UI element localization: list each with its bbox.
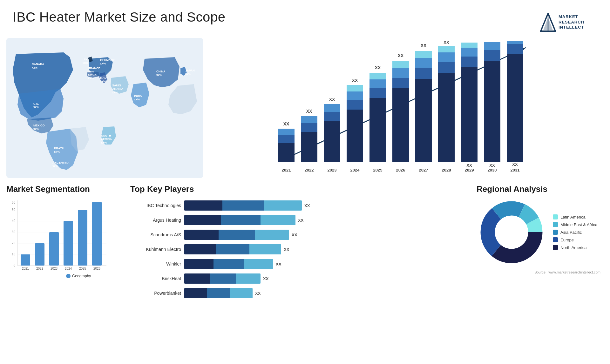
- japan-label: JAPAN: [185, 69, 195, 72]
- svg-text:XX: XX: [283, 121, 289, 126]
- us-value: xx%: [33, 105, 39, 109]
- svg-rect-30: [392, 68, 409, 78]
- svg-rect-48: [484, 61, 500, 162]
- key-players-bars: IBC Technologies XX Argus Heating: [130, 197, 464, 298]
- svg-text:XX: XX: [329, 97, 335, 102]
- svg-text:2023: 2023: [51, 267, 58, 270]
- year-2027: 2027: [419, 168, 428, 172]
- svg-text:XX: XX: [466, 163, 472, 168]
- legend-latin-america: Latin America: [553, 214, 597, 219]
- kp-label-1: IBC Technologies: [130, 203, 181, 208]
- svg-text:2024: 2024: [65, 267, 72, 270]
- svg-rect-34: [415, 68, 432, 79]
- kp-row-winkler: Winkler XX: [130, 259, 464, 269]
- southafrica-value: xx%: [101, 141, 107, 144]
- growth-bar-chart: XX 2021 XX 2022 XX 2023 XX 2024: [207, 41, 594, 175]
- svg-rect-23: [369, 98, 386, 162]
- svg-text:2026: 2026: [93, 267, 101, 270]
- svg-rect-16: [324, 104, 340, 112]
- svg-rect-41: [438, 46, 455, 52]
- brazil-value: xx%: [54, 150, 60, 153]
- svg-rect-15: [324, 112, 340, 121]
- legend-label-na: North America: [560, 245, 586, 250]
- svg-text:0: 0: [13, 264, 15, 267]
- china-value: xx%: [156, 73, 162, 77]
- svg-rect-40: [438, 52, 455, 62]
- kp-row-powerblanket: Powerblanket XX: [130, 288, 464, 298]
- year-2025: 2025: [373, 168, 383, 172]
- svg-text:XX: XX: [375, 65, 381, 70]
- japan-value: xx%: [185, 72, 191, 76]
- svg-rect-25: [369, 79, 386, 88]
- uk-label: U.K.: [83, 58, 88, 61]
- legend-asia-pacific: Asia Pacific: [553, 230, 597, 235]
- main-content: CANADA xx% U.S. xx% MEXICO xx% BRAZIL xx…: [0, 38, 610, 178]
- germany-value: xx%: [100, 62, 106, 65]
- svg-rect-20: [347, 91, 363, 100]
- kp-label-3: Scandrums A/S: [130, 232, 181, 237]
- saudi-label: SAUDI: [112, 84, 121, 87]
- key-players-section: Top Key Players IBC Technologies XX Argu…: [124, 184, 470, 303]
- svg-rect-21: [347, 85, 363, 91]
- svg-rect-44: [461, 57, 478, 67]
- key-players-title: Top Key Players: [130, 184, 464, 194]
- svg-rect-43: [461, 67, 478, 162]
- kp-row-briskheat: BriskHeat XX: [130, 273, 464, 284]
- kp-label-6: BriskHeat: [130, 276, 181, 281]
- canada-value: xx%: [32, 66, 37, 69]
- segmentation-title: Market Segmentation: [6, 184, 118, 194]
- svg-rect-54: [507, 41, 523, 44]
- svg-text:XX: XX: [398, 53, 404, 58]
- svg-rect-6: [278, 143, 295, 162]
- kp-val-6: XX: [263, 276, 268, 281]
- southafrica-label2: AFRICA: [101, 138, 112, 141]
- bar-chart-section: XX 2021 XX 2022 XX 2023 XX 2024: [203, 38, 604, 178]
- svg-rect-78: [78, 210, 87, 266]
- year-2021: 2021: [282, 168, 291, 172]
- brazil-label: BRAZIL: [54, 147, 64, 150]
- legend-europe: Europe: [553, 237, 597, 242]
- kp-bar-wrap-2: XX: [184, 215, 464, 225]
- legend-north-america: North America: [553, 245, 597, 250]
- year-2024: 2024: [350, 168, 360, 172]
- regional-legend: Latin America Middle East & Africa Asia …: [553, 214, 597, 250]
- svg-rect-29: [392, 78, 409, 88]
- svg-rect-11: [301, 123, 317, 132]
- svg-rect-53: [507, 44, 523, 54]
- svg-rect-52: [507, 54, 523, 162]
- kp-val-3: XX: [292, 233, 297, 237]
- legend-label-europe: Europe: [560, 238, 574, 242]
- logo-text: MARKET RESEARCH INTELLECT: [559, 14, 584, 30]
- italy-label: ITALY: [100, 76, 108, 79]
- year-2031: 2031: [511, 168, 520, 172]
- kp-val-5: XX: [276, 262, 281, 266]
- spain-label: SPAIN: [88, 73, 97, 76]
- kp-bar-wrap-5: XX: [184, 259, 464, 269]
- southafrica-label: SOUTH: [101, 134, 111, 137]
- kp-row-kuhlmann: Kuhlmann Electro XX: [130, 244, 464, 254]
- segmentation-chart: 0 10 20 30 40 50 60 2021 2022 2023 2024 …: [6, 197, 114, 280]
- legend-label-mea: Middle East & Africa: [560, 222, 597, 227]
- svg-rect-39: [438, 62, 455, 73]
- canada-label: CANADA: [32, 63, 44, 66]
- regional-title: Regional Analysis: [477, 184, 604, 194]
- svg-text:50: 50: [12, 208, 16, 212]
- svg-text:XX: XX: [421, 43, 427, 48]
- svg-point-82: [66, 274, 71, 278]
- kp-bar-wrap-3: XX: [184, 230, 464, 240]
- kp-val-4: XX: [284, 247, 289, 252]
- kp-bar-1: [184, 200, 302, 211]
- svg-rect-33: [415, 79, 432, 162]
- year-2028: 2028: [442, 168, 451, 172]
- svg-rect-70: [21, 254, 30, 266]
- svg-rect-72: [35, 243, 44, 266]
- svg-rect-12: [301, 116, 317, 123]
- svg-point-89: [495, 216, 528, 249]
- kp-bar-5: [184, 259, 273, 269]
- svg-rect-76: [64, 221, 73, 266]
- mexico-label: MEXICO: [33, 124, 45, 127]
- svg-rect-14: [324, 121, 340, 162]
- svg-rect-50: [484, 42, 500, 50]
- legend-middle-east: Middle East & Africa: [553, 222, 597, 227]
- legend-color-na: [553, 245, 558, 250]
